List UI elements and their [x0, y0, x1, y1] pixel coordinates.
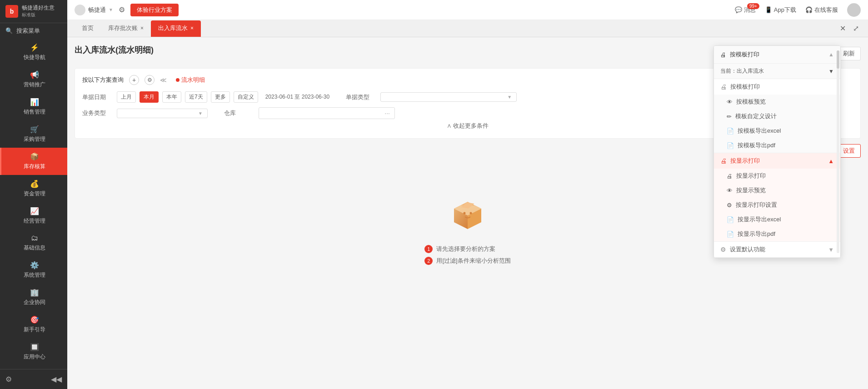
display-excel-item[interactable]: 📄 按显示导出excel	[714, 212, 840, 227]
current-arrow: ▼	[828, 68, 834, 75]
edit-icon: ✏	[727, 113, 732, 120]
tab-batch-ledger[interactable]: 库存批次账 ×	[101, 20, 151, 37]
online-service-button[interactable]: 🎧 在线客服	[805, 6, 838, 14]
dropdown-scrollbar-thumb	[837, 50, 839, 69]
apps-label: 应用中心	[24, 353, 45, 361]
inventory-label: 库存核算	[24, 163, 45, 170]
sidebar-item-purchase[interactable]: 🛒 采购管理	[0, 120, 67, 148]
sidebar-bottom: ⚙ ◀◀	[0, 369, 67, 389]
basic-icon: 🗂	[31, 234, 38, 242]
sidebar-item-quick-nav[interactable]: ⚡ 快捷导航	[0, 39, 67, 66]
7days-button[interactable]: 近7天	[185, 91, 207, 103]
display-printer-icon: 🖨	[720, 157, 727, 165]
collapse-sidebar-icon[interactable]: ◀◀	[51, 375, 62, 384]
tab-flow[interactable]: 出入库流水 ×	[151, 20, 201, 37]
waterflow-label: 流水明细	[181, 76, 205, 84]
tab-flow-close[interactable]: ×	[190, 25, 194, 31]
display-eye-icon: 👁	[727, 187, 733, 194]
sidebar-item-finance[interactable]: 💰 资金管理	[0, 175, 67, 202]
default-func-item[interactable]: ⚙ 设置默认功能 ▼	[714, 242, 840, 257]
template-excel-item[interactable]: 📄 按模板导出excel	[714, 124, 840, 138]
current-month-button[interactable]: 本月	[140, 91, 159, 103]
date-filter-label: 单据日期	[82, 93, 110, 101]
trial-button[interactable]: 体验行业方案	[130, 4, 179, 16]
sidebar-item-enterprise[interactable]: 🏢 企业协同	[0, 284, 67, 311]
date-range-display: 2023-06-01 至 2023-06-30	[265, 93, 329, 101]
empty-icon	[445, 190, 490, 236]
app-download-label: App下载	[774, 6, 796, 14]
svg-point-5	[464, 212, 466, 214]
default-func-section: ⚙ 设置默认功能 ▼	[714, 242, 840, 258]
display-excel-icon: 📄	[727, 216, 734, 223]
current-year-button[interactable]: 本年	[162, 91, 181, 103]
filter-collapse-button[interactable]: ≪	[160, 76, 167, 84]
display-preview-item[interactable]: 👁 按显示预览	[714, 183, 840, 198]
template-pdf-item[interactable]: 📄 按模板导出pdf	[714, 138, 840, 153]
display-print-item[interactable]: 🖨 按显示打印	[714, 169, 840, 183]
tabbar: 首页 库存批次账 × 出入库流水 × ✕ ⤢	[67, 20, 868, 37]
warehouse-input[interactable]: ···	[259, 107, 395, 119]
warehouse-label: 仓库	[224, 109, 251, 117]
business-type-select[interactable]: ▼	[117, 109, 208, 118]
settings-icon[interactable]: ⚙	[5, 375, 12, 384]
topbar-settings-icon[interactable]: ⚙	[119, 5, 125, 14]
dropdown-header-arrow[interactable]: ▲	[828, 51, 834, 58]
custom-button[interactable]: 自定义	[234, 91, 258, 103]
message-button[interactable]: 💬 消息 99+	[735, 6, 756, 14]
dropdown-scrollbar[interactable]	[837, 50, 839, 253]
type-filter-label: 单据类型	[346, 93, 373, 101]
tab-home[interactable]: 首页	[75, 20, 101, 37]
enterprise-label: 企业协同	[24, 299, 45, 306]
system-label: 系统管理	[24, 271, 45, 279]
sales-icon: 📊	[30, 98, 39, 106]
topbar-right: 💬 消息 99+ 📱 App下载 🎧 在线客服	[735, 3, 861, 17]
template-preview-item[interactable]: 👁 按模板预览	[714, 95, 840, 109]
tab-expand-button[interactable]: ⤢	[851, 22, 861, 35]
sidebar-item-basic[interactable]: 🗂 基础信息	[0, 229, 67, 256]
template-printer-icon: 🖨	[720, 83, 727, 90]
marketing-label: 营销推广	[24, 81, 45, 89]
sidebar-item-guide[interactable]: 🎯 新手引导	[0, 311, 67, 338]
waterflow-tag[interactable]: 流水明细	[172, 74, 209, 86]
user-dropdown-icon[interactable]: ▼	[109, 7, 113, 12]
display-sub-items: 🖨 按显示打印 👁 按显示预览 ⚙ 按显示打印设置 📄 按显示导出excel 📄…	[714, 169, 840, 241]
last-month-button[interactable]: 上月	[117, 91, 136, 103]
tab-close-window-button[interactable]: ✕	[838, 22, 848, 35]
app-download-button[interactable]: 📱 App下载	[765, 6, 796, 14]
display-print-section-item[interactable]: 🖨 按显示打印 ▲	[714, 153, 840, 169]
guide-icon: 🎯	[30, 315, 39, 324]
sidebar-item-operations[interactable]: 📈 经营管理	[0, 202, 67, 229]
filter-label: 按以下方案查询	[82, 76, 124, 84]
template-print-item[interactable]: 🖨 按模板打印	[714, 79, 840, 95]
tab-batch-ledger-close[interactable]: ×	[140, 25, 144, 31]
display-settings-label: 按显示打印设置	[736, 201, 777, 209]
more-button[interactable]: 更多	[211, 91, 230, 103]
warehouse-more-icon[interactable]: ···	[384, 110, 390, 117]
basic-label: 基础信息	[24, 244, 45, 252]
logo-icon: b	[5, 5, 18, 18]
sidebar-item-marketing[interactable]: 📢 营销推广	[0, 66, 67, 93]
user-selector[interactable]: 畅捷通 ▼	[75, 5, 113, 15]
sidebar-item-sales[interactable]: 📊 销售管理	[0, 93, 67, 120]
sidebar-item-apps[interactable]: 🔲 应用中心	[0, 338, 67, 365]
business-type-arrow: ▼	[198, 111, 203, 116]
headset-icon: 🎧	[805, 6, 813, 13]
waterflow-dot	[176, 78, 180, 82]
business-type-label: 业务类型	[82, 109, 110, 117]
sidebar-search[interactable]: 🔍 搜索菜单	[0, 23, 67, 39]
empty-steps-list: 1 请先选择要分析的方案 2 用[过滤]条件来缩小分析范围	[424, 245, 510, 269]
template-sub-items: 👁 按模板预览 ✏ 模板自定义设计 📄 按模板导出excel 📄 按模板导出pd…	[714, 95, 840, 153]
display-settings-item[interactable]: ⚙ 按显示打印设置	[714, 198, 840, 212]
sidebar-item-wechat[interactable]: 💬 企业微信	[0, 365, 67, 369]
display-pdf-item[interactable]: 📄 按显示导出pdf	[714, 227, 840, 241]
type-select[interactable]: ▼	[380, 92, 517, 102]
step1-number: 1	[424, 245, 433, 253]
sidebar-item-system[interactable]: ⚙️ 系统管理	[0, 256, 67, 284]
current-flow-item[interactable]: 当前：出入库流水 ▼	[714, 64, 840, 79]
sidebar-item-inventory[interactable]: 📦 库存核算	[0, 148, 67, 175]
add-filter-button[interactable]: +	[129, 75, 139, 85]
filter-settings-button[interactable]: ⚙	[145, 75, 155, 85]
account-avatar[interactable]	[847, 3, 861, 17]
template-custom-item[interactable]: ✏ 模板自定义设计	[714, 109, 840, 124]
tabbar-right: ✕ ⤢	[838, 22, 861, 35]
